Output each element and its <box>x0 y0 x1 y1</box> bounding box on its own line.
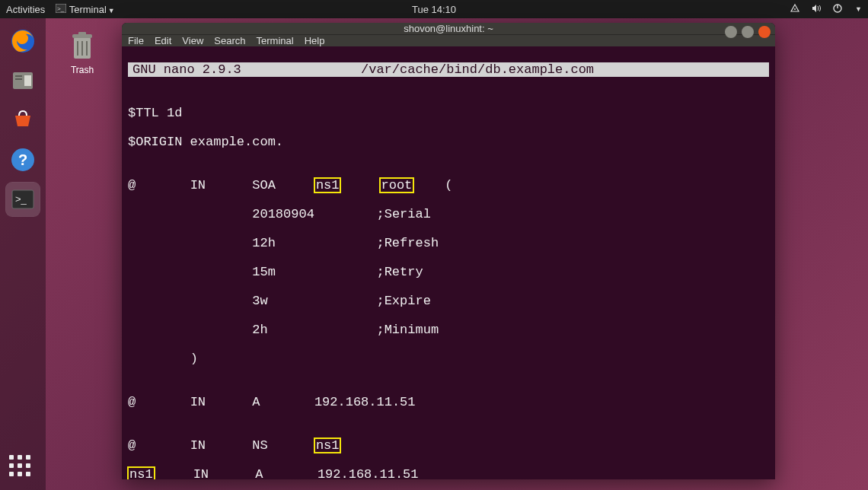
apps-grid-button[interactable] <box>9 455 37 482</box>
dock-firefox[interactable] <box>6 24 40 58</box>
trash-label: Trash <box>71 65 94 75</box>
trash-icon <box>65 29 99 62</box>
svg-rect-16 <box>78 32 86 35</box>
software-icon <box>9 107 37 134</box>
help-icon: ? <box>9 146 37 173</box>
files-icon <box>9 67 37 94</box>
file-line: 20180904 ;Serial <box>128 207 775 221</box>
svg-text:>_: >_ <box>15 193 27 205</box>
file-line: @ IN A 192.168.11.51 <box>128 395 775 409</box>
window-titlebar[interactable]: shovon@linuxhint: ~ <box>122 23 775 34</box>
menu-view[interactable]: View <box>182 35 203 46</box>
menu-help[interactable]: Help <box>305 35 325 46</box>
file-line: $TTL 1d <box>128 106 775 120</box>
firefox-icon <box>9 27 37 55</box>
dock-terminal[interactable]: >_ <box>6 183 40 216</box>
highlight: ns1 <box>128 467 155 479</box>
file-line: @ IN SOA ns1 root ( <box>128 178 775 192</box>
volume-icon[interactable] <box>811 3 822 16</box>
file-line: $ORIGIN example.com. <box>128 135 775 149</box>
svg-text:>_: >_ <box>57 5 65 12</box>
window-close-button[interactable] <box>758 26 771 38</box>
window-minimize-button[interactable] <box>725 26 737 38</box>
window-menubar: File Edit View Search Terminal Help <box>122 34 775 46</box>
chevron-down-icon: ▼ <box>108 7 115 14</box>
clock[interactable]: Tue 14:10 <box>412 4 456 15</box>
file-line: ns1 IN A 192.168.11.51 <box>128 467 775 479</box>
svg-text:?: ? <box>18 151 27 168</box>
terminal-window: shovon@linuxhint: ~ File Edit View Searc… <box>122 23 775 479</box>
dock-software[interactable] <box>6 103 40 137</box>
file-line: 2h ;Minimum <box>128 323 775 337</box>
activities-button[interactable]: Activities <box>6 4 45 15</box>
highlight: ns1 <box>314 178 341 192</box>
file-line: ) <box>128 352 775 366</box>
menu-file[interactable]: File <box>128 35 144 46</box>
highlight: root <box>380 178 414 192</box>
file-line: 12h ;Refresh <box>128 236 775 250</box>
menu-edit[interactable]: Edit <box>155 35 171 46</box>
svg-point-2 <box>794 8 796 10</box>
app-menu-label: Terminal <box>69 4 107 15</box>
svg-rect-7 <box>15 75 22 77</box>
file-line: @ IN NS ns1 <box>128 438 775 453</box>
dock: ? >_ <box>0 18 46 490</box>
menu-search[interactable]: Search <box>214 35 245 46</box>
desktop-trash[interactable]: Trash <box>59 29 105 75</box>
dock-help[interactable]: ? <box>6 143 40 177</box>
file-line: 3w ;Expire <box>128 294 775 308</box>
chevron-down-icon: ▼ <box>855 5 862 13</box>
network-icon[interactable] <box>790 3 800 16</box>
terminal-icon: >_ <box>9 186 37 213</box>
terminal-icon: >_ <box>56 4 66 13</box>
terminal-content[interactable]: GNU nano 2.9.3/var/cache/bind/db.example… <box>122 46 775 479</box>
highlight: ns1 <box>314 438 341 453</box>
svg-rect-9 <box>24 75 31 86</box>
dock-files[interactable] <box>6 64 40 97</box>
menu-terminal[interactable]: Terminal <box>257 35 294 46</box>
file-line: 15m ;Retry <box>128 265 775 279</box>
svg-rect-8 <box>15 78 22 80</box>
nano-app-name: GNU nano 2.9.3 <box>132 62 361 77</box>
app-menu[interactable]: >_ Terminal▼ <box>56 4 114 15</box>
power-icon[interactable] <box>832 3 843 16</box>
window-title: shovon@linuxhint: ~ <box>404 23 493 34</box>
nano-filepath: /var/cache/bind/db.example.com <box>361 62 764 77</box>
window-maximize-button[interactable] <box>742 26 754 38</box>
top-panel: Activities >_ Terminal▼ Tue 14:10 ▼ <box>0 0 868 18</box>
